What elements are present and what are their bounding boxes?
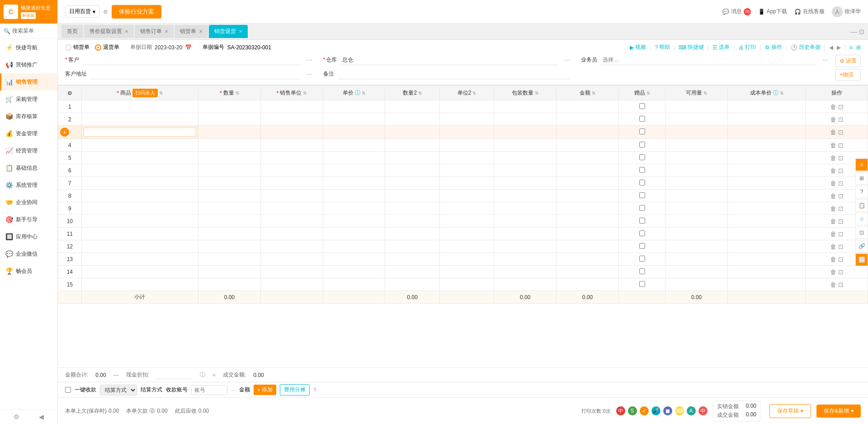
radio-sale[interactable]: 销货单 — [65, 43, 90, 51]
sidebar-item-guide[interactable]: 🎯 新手引导 — [0, 211, 57, 228]
warehouse-input[interactable] — [340, 55, 559, 65]
unit2-cell-active[interactable] — [439, 126, 494, 139]
copy-row-icon[interactable]: ⊡ — [838, 192, 844, 200]
sort-quantity-icon[interactable]: ⇅ — [236, 91, 239, 95]
gift-checkbox[interactable] — [639, 268, 645, 274]
sidebar-item-wechat[interactable]: 💬 企业微信 — [0, 245, 57, 262]
delete-row-icon[interactable]: 🗑 — [830, 167, 836, 174]
gift-checkbox[interactable] — [639, 205, 645, 211]
sort-available-icon[interactable]: ⇅ — [703, 91, 707, 95]
cost-price-cell[interactable] — [727, 100, 805, 113]
account-input[interactable] — [191, 385, 227, 395]
package-qty-cell[interactable] — [494, 100, 557, 113]
sidebar-item-finance[interactable]: 💰 资金管理 — [0, 125, 57, 142]
delete-row-icon[interactable]: 🗑 — [830, 243, 836, 250]
dots-selector[interactable]: ··· — [231, 387, 236, 393]
add-button[interactable]: + 添加 — [254, 385, 276, 395]
staff-selector[interactable]: ··· — [822, 56, 828, 64]
sys-icon-1[interactable]: 中 — [616, 406, 625, 415]
sidebar-item-app-center[interactable]: 🔲 应用中心 — [0, 228, 57, 245]
product-cell-active[interactable] — [81, 126, 198, 139]
unit-price-cell[interactable] — [323, 113, 385, 126]
sales-unit-cell-active[interactable] — [260, 126, 323, 139]
gift-checkbox[interactable] — [639, 180, 645, 186]
gift-checkbox[interactable] — [639, 103, 645, 109]
amount-cell[interactable] — [557, 100, 619, 113]
delete-row-icon[interactable]: 🗑 — [830, 180, 836, 187]
tab-sales-close[interactable]: ✕ — [199, 29, 203, 34]
cost-price-info-icon[interactable]: ⓘ — [773, 89, 778, 97]
save-draft-button[interactable]: 保存草稿 ▾ — [769, 404, 811, 418]
delete-row-icon[interactable]: 🗑 — [830, 192, 836, 200]
quantity-cell-active[interactable] — [198, 126, 260, 139]
gift-checkbox[interactable] — [639, 218, 645, 224]
tab-home[interactable]: 首页 — [61, 25, 83, 38]
gift-checkbox[interactable] — [639, 256, 645, 262]
sort-sales-unit-icon[interactable]: ⇅ — [303, 91, 307, 95]
copy-row-icon[interactable]: ⊡ — [838, 205, 844, 212]
col-gear[interactable]: ⚙ — [58, 86, 82, 100]
sys-icon-7[interactable]: A — [687, 406, 696, 415]
copy-row-icon[interactable]: ⊡ — [838, 256, 844, 263]
gift-checkbox[interactable] — [639, 192, 645, 198]
scan-button[interactable]: 扫码录入 — [132, 89, 158, 97]
trial-button[interactable]: 体验行业方案 — [112, 5, 161, 19]
right-tool-favorite[interactable]: ☆ — [855, 213, 868, 225]
cost-price-cell-active[interactable] — [727, 126, 805, 139]
delete-row-icon[interactable]: 🗑 — [830, 142, 836, 149]
message-button[interactable]: 💬 消息 70 — [722, 8, 751, 15]
action-video[interactable]: ▶ 视频 — [630, 43, 646, 51]
action-operation[interactable]: ⚙ 操作 — [765, 43, 782, 51]
tab-maximize-icon[interactable]: ⊡ — [859, 28, 864, 35]
right-tool-table-view[interactable]: ≡ — [855, 158, 868, 171]
address-input[interactable] — [90, 69, 301, 79]
tab-sales-order-close[interactable]: ✕ — [165, 29, 168, 34]
tab-sales-return-close[interactable]: ✕ — [239, 29, 242, 34]
copy-row-icon[interactable]: ⊡ — [838, 218, 844, 225]
one-click-payment-checkbox[interactable] — [65, 387, 71, 393]
available-cell[interactable] — [665, 113, 728, 126]
delete-row-icon[interactable]: 🗑 — [830, 205, 836, 212]
copy-row-icon[interactable]: ⊡ — [838, 142, 844, 149]
table-view-icon[interactable]: ≡ — [849, 44, 853, 51]
sys-icon-8[interactable]: 中 — [698, 406, 708, 415]
date-value[interactable]: 2023-03-20 — [155, 44, 182, 51]
discount-info-icon[interactable]: ⓘ — [200, 371, 205, 379]
gift-checkbox[interactable] — [639, 243, 645, 249]
delete-row-icon[interactable]: 🗑 — [830, 230, 836, 238]
product-cell[interactable] — [81, 100, 198, 113]
remark-input[interactable] — [338, 69, 571, 79]
settings-icon[interactable]: ⚙ — [103, 9, 108, 15]
unit-price-info-icon[interactable]: ⓘ — [355, 89, 360, 97]
gift-checkbox[interactable] — [639, 281, 645, 287]
sys-icon-4[interactable]: 🎤 — [651, 406, 660, 415]
gift-cell[interactable] — [618, 100, 665, 113]
copy-row-icon[interactable]: ⊡ — [838, 129, 844, 136]
settings-button[interactable]: ⚙ 设置 — [835, 55, 861, 67]
action-history[interactable]: 🕐 历史单据 — [791, 43, 821, 51]
customer-selector[interactable]: ··· — [306, 56, 312, 64]
gift-checkbox[interactable] — [639, 230, 645, 236]
sidebar-item-system[interactable]: ⚙️ 系统管理 — [0, 176, 57, 194]
gift-cell[interactable] — [618, 113, 665, 126]
sort-gift-icon[interactable]: ⇅ — [646, 91, 650, 95]
sort-product-icon[interactable]: ⇅ — [159, 91, 163, 95]
sidebar-item-member[interactable]: 🏆 畅会员 — [0, 262, 57, 280]
sort-amount-icon[interactable]: ⇅ — [592, 91, 595, 95]
available-cell[interactable] — [665, 100, 728, 113]
quantity2-cell[interactable] — [385, 100, 440, 113]
delete-row-icon[interactable]: 🗑 — [830, 218, 836, 225]
tab-price-settings-close[interactable]: ✕ — [125, 29, 128, 34]
logistics-button[interactable]: +物流 — [835, 69, 861, 81]
quantity2-cell-active[interactable] — [385, 126, 440, 139]
gift-checkbox[interactable] — [639, 154, 645, 160]
unit-price-cell-active[interactable] — [323, 126, 385, 139]
settings-bottom-icon[interactable]: ⚙ — [14, 413, 19, 420]
warehouse-selector[interactable]: ··· — [564, 56, 570, 64]
copy-row-icon[interactable]: ⊡ — [838, 180, 844, 187]
cost-price-cell[interactable] — [727, 113, 805, 126]
collapse-sidebar-icon[interactable]: ◀ — [39, 413, 44, 420]
sidebar-item-inventory[interactable]: 📦 库存核算 — [0, 108, 57, 125]
quantity2-cell[interactable] — [385, 113, 440, 126]
quantity-cell[interactable] — [198, 100, 260, 113]
